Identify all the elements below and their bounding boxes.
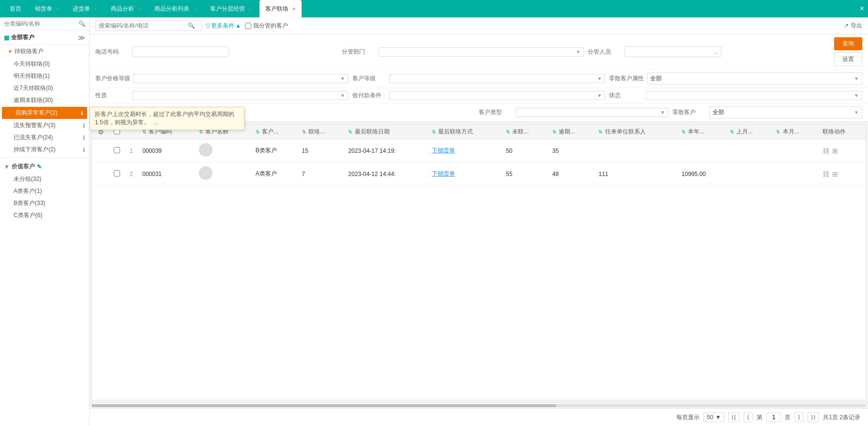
sidebar-search-icon[interactable]: 🔍 (78, 20, 86, 27)
row2-partner-contacts: 111 (594, 162, 677, 186)
price-level-select[interactable]: ▼ (133, 74, 349, 83)
nav-tab-customer-segment[interactable]: 客户分层经营 × (204, 0, 258, 17)
close-product-list-tab[interactable]: × (193, 6, 196, 12)
all-customers-item[interactable]: ▦ 全部客户 ≫ (0, 30, 89, 45)
row2-action-link-icon[interactable]: ⛓ (822, 170, 829, 178)
col-overdue[interactable]: ⇅ 逾期... (548, 125, 595, 139)
customer-level-select[interactable]: ▼ (389, 74, 606, 83)
sidebar-item-ungrouped[interactable]: 未分组(32) (0, 173, 89, 185)
person-select[interactable]: ... (624, 46, 721, 57)
search-icon[interactable]: 🔍 (188, 22, 195, 29)
first-page-btn[interactable]: ⟨⟨ (728, 412, 740, 422)
more-conditions-btn[interactable]: ▽ 更多条件 ▲ (206, 22, 241, 30)
table-row: 1 000039 B类客户 15 2023-04-17 14:19: 下销货单 … (92, 139, 866, 162)
info-icon-churned: ℹ (83, 134, 85, 141)
payment-select[interactable]: ▼ (389, 91, 606, 100)
row2-action-grid-icon[interactable]: ⊞ (832, 170, 838, 178)
sidebar-item-churned[interactable]: 已流失客户(24) ℹ (0, 132, 89, 144)
row1-settings (92, 139, 109, 162)
row2-code[interactable]: 000031 (138, 162, 195, 186)
close-sales-tab[interactable]: × (56, 6, 59, 12)
row2-select[interactable] (114, 170, 120, 176)
filter-row-2: 客户价格等级 ▼ 客户等级 ▼ 零散客户属性 全部 (90, 70, 868, 88)
dept-select[interactable]: ▼ (379, 47, 584, 57)
row1-name[interactable] (195, 139, 252, 162)
sidebar-item-class-b[interactable]: B类客户(33) (0, 197, 89, 209)
sidebar-group-value[interactable]: ▼ 价值客户 ✎ (0, 160, 89, 173)
settings-button[interactable]: 设置 (834, 52, 862, 66)
gender-select[interactable]: ▼ (132, 91, 349, 100)
row2-checkbox[interactable] (109, 162, 124, 186)
row1-action-link-icon[interactable]: ⛓ (822, 147, 829, 155)
row1-checkbox[interactable] (109, 139, 124, 162)
retail-select[interactable]: 全部 ▼ (709, 106, 862, 118)
status-select[interactable]: ▼ (646, 91, 862, 100)
nav-tab-customer-contact[interactable]: 客户联络 × (259, 0, 301, 17)
collapse-sidebar-btn[interactable]: ≫ (78, 34, 85, 42)
nav-tab-purchase[interactable]: 进货单 × (67, 0, 103, 17)
close-customer-contact-tab[interactable]: × (292, 6, 295, 12)
close-all-tabs[interactable]: × (860, 4, 864, 13)
sidebar-group-pending[interactable]: ▼ 待联络客户 (0, 45, 89, 58)
person-select-dots[interactable]: ... (713, 48, 718, 55)
my-customers-checkbox[interactable]: 我分管的客户 (245, 22, 288, 30)
page-size-select[interactable]: 50 ▼ (703, 412, 724, 422)
row2-settings (92, 162, 109, 186)
close-purchase-tab[interactable]: × (94, 6, 97, 12)
col-contact-count[interactable]: ⇅ 联络... (298, 125, 345, 139)
filter-retail: 零散客户 全部 ▼ (672, 106, 862, 118)
next-page-btn[interactable]: ⟩ (794, 412, 804, 422)
nav-tab-home[interactable]: 首页 (4, 0, 27, 17)
search-input[interactable] (99, 22, 186, 29)
sidebar-item-7days-pending[interactable]: 近7天待联络(0) (0, 82, 89, 94)
page-number-input[interactable] (766, 412, 781, 422)
scrollbar-thumb[interactable] (91, 404, 556, 407)
col-last-contact-date[interactable]: ⇅ 最后联络日期 (344, 125, 427, 139)
export-btn[interactable]: ↗ 导出 (844, 22, 862, 30)
phone-input[interactable] (132, 46, 229, 57)
sidebar-item-tomorrow-pending[interactable]: 明天待联络(1) (0, 70, 89, 82)
col-this-month[interactable]: ⇅ 本月... (772, 125, 819, 139)
nav-tab-product-list[interactable]: 商品分析列表 × (149, 0, 202, 17)
sidebar-search-input[interactable] (4, 20, 76, 27)
nav-tab-sales[interactable]: 销货单 × (29, 0, 65, 17)
sidebar-item-repurchase-abnormal[interactable]: 回购异常客户(2) ℹ (2, 107, 87, 119)
last-page-btn[interactable]: ⟩⟩ (807, 412, 819, 422)
filter-customer-level: 客户等级 ▼ (352, 74, 606, 83)
sidebar-item-declining[interactable]: 持续下滑客户(2) ℹ (0, 144, 89, 156)
edit-value-customers-btn[interactable]: ✎ (37, 163, 42, 170)
nav-tab-product-analysis[interactable]: 商品分析 × (105, 0, 147, 17)
row1-last-contact-method[interactable]: 下销货单 (428, 139, 502, 162)
col-last-contact-method[interactable]: ⇅ 最后联络方式 (428, 125, 502, 139)
col-category[interactable]: ⇅ 客户... (252, 125, 298, 139)
horizontal-scrollbar[interactable] (90, 402, 868, 408)
my-customers-check[interactable] (245, 23, 251, 29)
col-partner-contacts[interactable]: ⇅ 往来单位联系人 (594, 125, 677, 139)
query-button[interactable]: 查询 (834, 37, 862, 50)
col-uncontacted[interactable]: ⇅ 未联... (502, 125, 548, 139)
close-customer-segment-tab[interactable]: × (249, 6, 252, 12)
scrollbar-track[interactable] (91, 404, 866, 407)
sidebar-item-churn-warning[interactable]: 流失预警客户(3) ℹ (0, 119, 89, 132)
filter-status: 状态 ▼ (609, 91, 862, 100)
customer-type-select[interactable]: ▼ (516, 108, 669, 117)
tooltip-more-btn[interactable]: ... (154, 119, 159, 126)
retail-attr-select[interactable]: 全部 ▼ (647, 73, 862, 85)
row1-action-grid-icon[interactable]: ⊞ (832, 147, 838, 155)
filter-icon: ▽ (206, 22, 210, 29)
col-last-month[interactable]: ⇅ 上月... (726, 125, 773, 139)
sort-last-contact-date-icon: ⇅ (348, 129, 352, 134)
row1-select[interactable] (114, 147, 120, 153)
row2-last-contact-method[interactable]: 下销货单 (428, 162, 502, 186)
close-product-analysis-tab[interactable]: × (138, 6, 141, 12)
col-this-year[interactable]: ⇅ 本年... (678, 125, 726, 139)
row2-name[interactable] (195, 162, 252, 186)
sidebar-item-overdue-pending[interactable]: 逾期未联络(30) (0, 94, 89, 106)
row1-code[interactable]: 000039 (138, 139, 195, 162)
sidebar-item-class-c[interactable]: C类客户(6) (0, 209, 89, 221)
sidebar-item-class-a[interactable]: A类客户(1) (0, 185, 89, 197)
row1-action: ⛓ ⊞ (819, 139, 866, 162)
prev-page-btn[interactable]: ⟨ (744, 412, 753, 422)
price-level-arrow: ▼ (340, 76, 345, 81)
sidebar-item-today-pending[interactable]: 今天待联络(0) (0, 58, 89, 70)
